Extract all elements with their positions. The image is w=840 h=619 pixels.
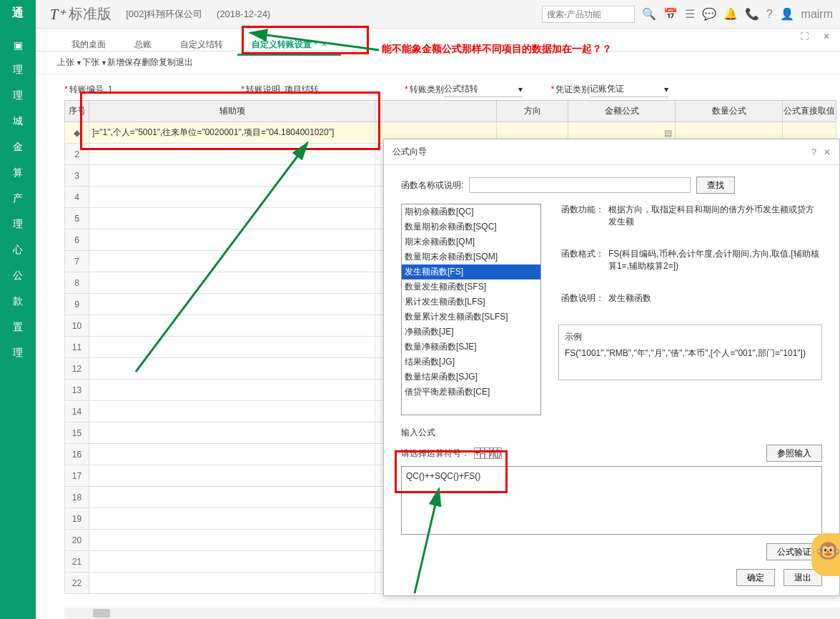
- toolbar-item[interactable]: 删除: [142, 57, 159, 67]
- toolbar-item[interactable]: 下张▼: [82, 57, 107, 67]
- row-number: 19: [65, 508, 89, 530]
- nav-item[interactable]: 款: [3, 295, 33, 308]
- maximize-icon[interactable]: ⛶: [800, 31, 809, 41]
- formula-textarea[interactable]: QC()++SQC()+FS(): [401, 466, 822, 535]
- function-item[interactable]: 结果函数[JG]: [402, 355, 540, 370]
- fn-fmt-value: FS(科目编码,币种,会计年度,会计期间,方向,取值,[辅助核算1=,辅助核算2…: [608, 248, 822, 272]
- cell-aux[interactable]: [89, 380, 375, 401]
- cell-aux[interactable]: [89, 272, 375, 294]
- row-number: 20: [65, 530, 89, 551]
- function-item[interactable]: 数量期末余额函数[SQM]: [402, 249, 540, 264]
- cell-aux[interactable]: [89, 187, 375, 208]
- list-icon[interactable]: ☰: [685, 7, 695, 21]
- toolbar-item[interactable]: 新增: [107, 57, 124, 67]
- row-number: 14: [65, 401, 89, 422]
- nav-item[interactable]: 金: [3, 141, 33, 154]
- user-icon[interactable]: 👤: [780, 7, 794, 21]
- bell-icon[interactable]: 🔔: [723, 7, 738, 21]
- function-item[interactable]: 期末余额函数[QM]: [402, 234, 540, 249]
- close-icon[interactable]: ×: [322, 39, 327, 49]
- example-label: 示例: [565, 331, 816, 343]
- close-icon[interactable]: ✕: [824, 147, 831, 157]
- row-number: 8: [65, 272, 89, 294]
- nav-item[interactable]: 理: [3, 89, 33, 102]
- cell-aux[interactable]: [89, 530, 375, 551]
- nav-item[interactable]: 产: [3, 192, 33, 205]
- row-number: 5: [65, 208, 89, 229]
- horizontal-scrollbar[interactable]: [64, 608, 840, 619]
- cell-aux[interactable]: [89, 551, 375, 573]
- user-name[interactable]: mairm: [801, 8, 833, 21]
- transfer-no-value[interactable]: 1: [108, 84, 113, 94]
- voucher-type-select[interactable]: 记账凭证▾: [590, 81, 668, 97]
- toolbar-item[interactable]: 复制: [159, 57, 176, 67]
- function-list[interactable]: 期初余额函数[QC]数量期初余额函数[SQC]期末余额函数[QM]数量期末余额函…: [401, 204, 541, 415]
- search-icon[interactable]: 🔍: [642, 7, 656, 21]
- chat-icon[interactable]: 💬: [702, 7, 716, 21]
- top-bar: T⁺ 标准版 [002]科翔环保公司 (2018-12-24) 🔍 📅 ☰ 💬 …: [36, 0, 840, 29]
- nav-item[interactable]: 置: [3, 321, 33, 334]
- cell-aux[interactable]: [89, 508, 375, 530]
- nav-item[interactable]: 算: [3, 167, 33, 179]
- cell-aux[interactable]: [89, 358, 375, 380]
- cell-aux[interactable]: [89, 229, 375, 251]
- col-aux: 辅助项: [89, 101, 375, 122]
- cell-aux[interactable]: [89, 165, 375, 187]
- close-tab-icon[interactable]: ✕: [823, 31, 830, 41]
- operator-button[interactable]: *: [485, 447, 490, 459]
- nav-item[interactable]: 理: [3, 347, 33, 360]
- transfer-type-select[interactable]: 公式结转▾: [444, 81, 523, 97]
- function-item[interactable]: 数量结果函数[SJG]: [402, 370, 540, 385]
- lookup-icon[interactable]: ▤: [664, 128, 672, 138]
- cell-aux[interactable]: [89, 465, 375, 487]
- cell-aux[interactable]: [89, 251, 375, 272]
- nav-item[interactable]: 城: [3, 115, 33, 128]
- toolbar-item[interactable]: 上张▼: [57, 57, 82, 67]
- nav-item[interactable]: 理: [3, 64, 33, 76]
- function-item[interactable]: 数量净额函数[SJE]: [402, 340, 540, 355]
- nav-item[interactable]: 理: [3, 218, 33, 231]
- nav-item[interactable]: 心: [3, 244, 33, 257]
- function-item[interactable]: 数量发生额函数[SFS]: [402, 279, 540, 294]
- col-dir: 方向: [497, 101, 568, 122]
- cell-aux[interactable]: [89, 337, 375, 358]
- function-item[interactable]: 借贷平衡差额函数[CE]: [402, 385, 540, 400]
- row-number: 2: [65, 144, 89, 165]
- cell-aux[interactable]: [89, 573, 375, 594]
- function-item[interactable]: 期初余额函数[QC]: [402, 204, 540, 219]
- cell-aux[interactable]: [89, 487, 375, 508]
- cell-aux[interactable]: ]="1",个人="5001",往来单位="0020001",项目="04.18…: [89, 122, 375, 144]
- help-icon[interactable]: ?: [811, 147, 816, 157]
- transfer-desc-value[interactable]: 项目结转: [285, 84, 319, 96]
- row-number: 16: [65, 444, 89, 465]
- function-item[interactable]: 净额函数[JE]: [402, 325, 540, 340]
- assistant-mascot[interactable]: [811, 533, 840, 576]
- ok-button[interactable]: 确定: [736, 569, 775, 586]
- cell-aux[interactable]: [89, 422, 375, 444]
- row-number: ◆: [65, 122, 89, 144]
- operator-button[interactable]: +: [474, 447, 480, 459]
- cell-aux[interactable]: [89, 144, 375, 165]
- nav-item[interactable]: 公: [3, 269, 33, 282]
- nav-icon[interactable]: ▣: [3, 39, 33, 51]
- cell-aux[interactable]: [89, 444, 375, 465]
- cell-aux[interactable]: [89, 401, 375, 422]
- calendar-icon[interactable]: 📅: [663, 7, 678, 21]
- search-button[interactable]: 查找: [696, 177, 735, 194]
- cell-aux[interactable]: [89, 315, 375, 337]
- fn-search-input[interactable]: [469, 177, 691, 193]
- phone-icon[interactable]: 📞: [745, 7, 759, 21]
- cell-aux[interactable]: [89, 294, 375, 315]
- fn-search-label: 函数名称或说明:: [401, 179, 463, 192]
- function-item[interactable]: 数量期初余额函数[SQC]: [402, 219, 540, 234]
- ref-input-button[interactable]: 参照输入: [766, 445, 822, 462]
- toolbar-item[interactable]: 保存: [124, 57, 142, 67]
- operator-button[interactable]: ): [498, 447, 502, 459]
- cell-aux[interactable]: [89, 208, 375, 229]
- function-item[interactable]: 发生额函数[FS]: [402, 264, 540, 279]
- toolbar-item[interactable]: 退出: [176, 57, 193, 67]
- function-item[interactable]: 累计发生额函数[LFS]: [402, 294, 540, 310]
- function-item[interactable]: 数量累计发生额函数[SLFS]: [402, 310, 540, 325]
- help-icon[interactable]: ?: [766, 8, 773, 21]
- search-input[interactable]: [542, 6, 635, 23]
